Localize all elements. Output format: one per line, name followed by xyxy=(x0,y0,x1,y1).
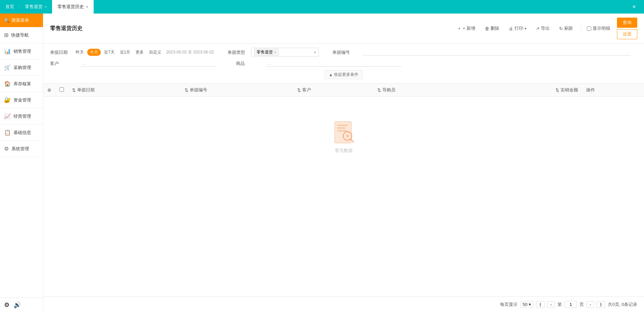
finance-icon: 🔐 xyxy=(4,97,11,103)
sidebar-bottom: ⚙ 🔊 xyxy=(0,297,43,312)
refresh-button[interactable]: ↻ 刷新 xyxy=(556,24,576,33)
th-doc-date-label: 单据日期 xyxy=(77,87,95,93)
collapse-button[interactable]: ▲ 收起更多条件 xyxy=(325,70,363,79)
table-wrap: ⚙ ⇅ 单据日期 ⇅ xyxy=(43,84,644,296)
sidebar-item-basic-info-label: 基础信息 xyxy=(14,130,31,136)
print-button[interactable]: 🖨 打印 ▾ xyxy=(506,24,529,33)
basic-info-icon: 📋 xyxy=(4,129,11,136)
query-button[interactable]: 查询 xyxy=(617,18,637,28)
sidebar-search[interactable]: 🔍 搜索菜单 xyxy=(0,14,43,27)
doc-type-chevron-icon: ▾ xyxy=(314,50,316,54)
add-button[interactable]: ＋ + 新增 xyxy=(454,24,478,33)
sidebar: 🔍 搜索菜单 ⊞ 快捷导航 📊 销售管理 🛒 采购管理 🏠 库存核算 🔐 资金管… xyxy=(0,14,43,312)
show-detail-label[interactable]: 显示明细 xyxy=(587,25,610,31)
tab-retail-return[interactable]: 零售退货 × xyxy=(20,0,52,14)
settings-button[interactable]: 设置 xyxy=(617,29,637,39)
sidebar-item-quick-nav-label: 快捷导航 xyxy=(11,32,29,38)
show-detail-checkbox[interactable] xyxy=(587,26,591,31)
operations-icon: 📈 xyxy=(4,113,11,119)
th-gear[interactable]: ⚙ xyxy=(43,84,55,97)
doc-number-input[interactable] xyxy=(364,50,629,54)
table-header: ⚙ ⇅ 单据日期 ⇅ xyxy=(43,84,644,97)
export-button[interactable]: ↗ 导出 xyxy=(533,24,552,33)
doc-type-tag-close[interactable]: × xyxy=(274,50,276,54)
top-bar-right: × xyxy=(629,3,644,10)
th-customer-label: 客户 xyxy=(302,87,311,93)
date-more[interactable]: 更多 xyxy=(134,49,146,56)
pagination: 每页显示 50 ▾ ⟪ ‹ 第 页 › ⟫ 共0页, 0条记录 xyxy=(43,296,644,312)
page-title: 零售退货历史 xyxy=(50,25,454,32)
sidebar-item-basic-info[interactable]: 📋 基础信息 xyxy=(0,125,43,141)
total-label: 共0页, 0条记录 xyxy=(608,302,637,308)
sidebar-item-operations[interactable]: 📈 经营管理 xyxy=(0,108,43,125)
select-all-checkbox[interactable] xyxy=(59,87,64,92)
export-icon: ↗ xyxy=(536,26,540,31)
sidebar-item-system-mgmt[interactable]: ⚙ 系统管理 xyxy=(0,141,43,157)
filter-row-2: 客户 ... 商品 ... xyxy=(50,60,637,67)
th-doc-no[interactable]: ⇅ 单据编号 xyxy=(181,84,293,97)
filter-area: 单据日期 昨天 今天 近7天 近1月 更多 自定义 2023-06-02 至 2… xyxy=(43,44,644,84)
customer-placeholder: ... xyxy=(82,61,85,66)
sidebar-settings-icon[interactable]: ⚙ xyxy=(4,301,9,309)
th-doc-no-label: 单据编号 xyxy=(190,87,207,93)
sidebar-item-inventory-label: 库存核算 xyxy=(14,81,31,87)
filter-row-1: 单据日期 昨天 今天 近7天 近1月 更多 自定义 2023-06-02 至 2… xyxy=(50,48,637,57)
sidebar-item-finance[interactable]: 🔐 资金管理 xyxy=(0,92,43,108)
th-doc-date[interactable]: ⇅ 单据日期 xyxy=(68,84,181,97)
sidebar-item-sales-mgmt[interactable]: 📊 销售管理 xyxy=(0,43,43,60)
data-table: ⚙ ⇅ 单据日期 ⇅ xyxy=(43,84,644,97)
prev-page-button[interactable]: ‹ xyxy=(547,301,555,308)
date-yesterday[interactable]: 昨天 xyxy=(74,49,86,56)
top-bar: 首页 零售退货 × 零售退货历史 × × xyxy=(0,0,644,14)
empty-text: 暂无数据 xyxy=(335,148,353,154)
date-today[interactable]: 今天 xyxy=(87,49,101,56)
toolbar: ＋ + 新增 🗑 删除 🖨 打印 ▾ ↗ 导出 ↻ xyxy=(454,18,637,39)
window-close-button[interactable]: × xyxy=(629,3,639,10)
doc-number-input-wrap[interactable] xyxy=(363,49,630,55)
tab-retail-return-close[interactable]: × xyxy=(45,5,47,9)
page-size-select[interactable]: 50 ▾ xyxy=(520,301,533,308)
sidebar-item-quick-nav[interactable]: ⊞ 快捷导航 xyxy=(0,27,43,43)
svg-point-6 xyxy=(346,134,349,137)
doc-type-label: 单据类型 xyxy=(228,49,251,55)
date-1month[interactable]: 近1月 xyxy=(118,49,133,56)
date-custom[interactable]: 自定义 xyxy=(147,49,163,56)
delete-button[interactable]: 🗑 删除 xyxy=(482,24,502,33)
sidebar-sound-icon[interactable]: 🔊 xyxy=(14,301,21,309)
th-checkbox[interactable] xyxy=(55,84,68,97)
tab-list: 首页 零售退货 × 零售退货历史 × xyxy=(0,0,629,14)
sidebar-item-finance-label: 资金管理 xyxy=(14,97,31,103)
content-area: 零售退货历史 ＋ + 新增 🗑 删除 🖨 打印 ▾ ↗ 导出 xyxy=(43,14,644,312)
th-guide-label: 导购员 xyxy=(382,87,396,93)
tab-retail-return-history[interactable]: 零售退货历史 × xyxy=(52,0,93,14)
th-customer[interactable]: ⇅ 客户 xyxy=(293,84,374,97)
refresh-icon: ↻ xyxy=(559,26,563,31)
sidebar-item-inventory[interactable]: 🏠 库存核算 xyxy=(0,76,43,92)
doc-number-label: 单据编号 xyxy=(332,49,356,55)
page-size-chevron-icon: ▾ xyxy=(529,302,531,307)
goods-input-wrap[interactable]: ... xyxy=(266,60,402,67)
tab-home[interactable]: 首页 xyxy=(0,0,20,14)
first-page-button[interactable]: ⟪ xyxy=(536,301,545,308)
th-amount[interactable]: ⇅ 实销金额 xyxy=(470,84,582,97)
date-7days[interactable]: 近7天 xyxy=(102,49,117,56)
table-header-row: ⚙ ⇅ 单据日期 ⇅ xyxy=(43,84,644,97)
svg-rect-2 xyxy=(337,128,345,129)
goods-placeholder: ... xyxy=(268,61,271,66)
doc-type-select[interactable]: 零售退货 × ▾ xyxy=(251,48,319,57)
print-chevron-icon: ▾ xyxy=(525,27,526,30)
gear-icon[interactable]: ⚙ xyxy=(47,88,51,93)
system-mgmt-icon: ⚙ xyxy=(4,146,9,152)
quick-nav-icon: ⊞ xyxy=(4,32,8,38)
sidebar-item-purchase-mgmt[interactable]: 🛒 采购管理 xyxy=(0,60,43,76)
last-page-button[interactable]: ⟫ xyxy=(597,301,605,308)
th-action: 操作 xyxy=(582,84,644,97)
purchase-icon: 🛒 xyxy=(4,64,11,71)
next-page-button[interactable]: › xyxy=(587,301,594,308)
th-guide[interactable]: ⇅ 导购员 xyxy=(373,84,470,97)
page-unit-label: 页 xyxy=(579,302,584,308)
tab-retail-return-history-close[interactable]: × xyxy=(86,5,88,9)
page-number-input[interactable] xyxy=(565,301,577,308)
customer-input-wrap[interactable]: ... xyxy=(80,60,216,67)
main-layout: 🔍 搜索菜单 ⊞ 快捷导航 📊 销售管理 🛒 采购管理 🏠 库存核算 🔐 资金管… xyxy=(0,14,644,312)
